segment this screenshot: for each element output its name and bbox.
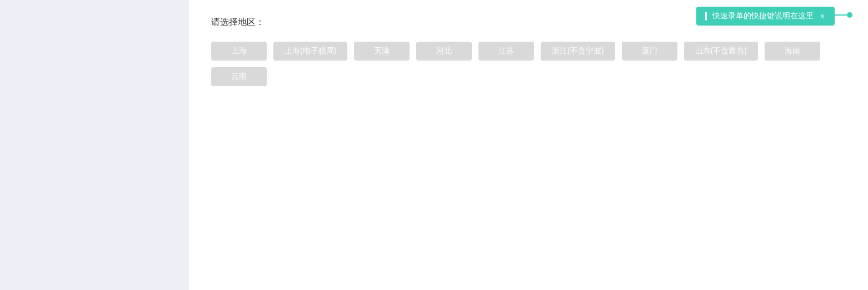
- tooltip-text: 快速录单的快捷键说明在这里: [712, 11, 814, 21]
- region-button-xiamen[interactable]: 厦门: [622, 42, 677, 61]
- tooltip-bar: 快速录单的快捷键说明在这里 ×: [696, 7, 835, 26]
- main-content: 请选择地区： 上海上海(电子税局)天津河北江苏浙江(不含宁波)厦门山东(不含青岛…: [189, 0, 868, 290]
- region-button-shanghai[interactable]: 上海: [211, 42, 267, 61]
- region-button-zhejiang[interactable]: 浙江(不含宁波): [541, 42, 615, 61]
- left-sidebar: [0, 0, 189, 290]
- region-button-tianjin[interactable]: 天津: [354, 42, 410, 61]
- tooltip-line: [835, 14, 847, 16]
- tooltip-close-button[interactable]: ×: [819, 12, 826, 20]
- region-button-hainan[interactable]: 海南: [765, 42, 820, 61]
- bar-divider: [705, 12, 707, 21]
- region-button-hebei[interactable]: 河北: [416, 42, 472, 61]
- region-button-yunnan[interactable]: 云南: [211, 67, 267, 86]
- region-button-shandong[interactable]: 山东(不含青岛): [684, 42, 758, 61]
- region-buttons-container: 上海上海(电子税局)天津河北江苏浙江(不含宁波)厦门山东(不含青岛)海南云南: [211, 42, 846, 86]
- region-button-shanghai-etax[interactable]: 上海(电子税局): [273, 42, 347, 61]
- tooltip-dot: [847, 12, 852, 18]
- region-button-jiangsu[interactable]: 江苏: [478, 42, 534, 61]
